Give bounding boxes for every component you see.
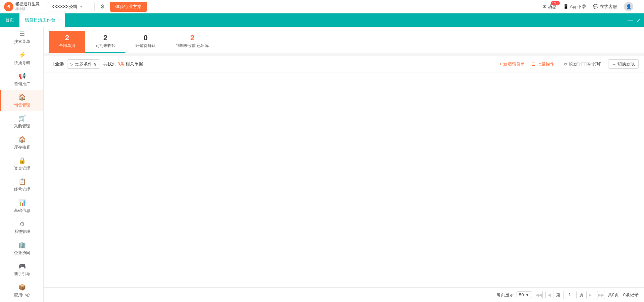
refresh-button[interactable]: ↻ 刷新 [561, 60, 580, 68]
print-label: 打印 [593, 61, 601, 67]
purchase-icon: 🛒 [18, 115, 26, 122]
page-suffix: 页 [579, 292, 584, 298]
first-page-button[interactable]: ◀◀ [535, 291, 543, 299]
sidebar-item-marketing[interactable]: 📢 营销推广 [0, 69, 43, 90]
new-sales-button[interactable]: + 新增销货单 [499, 61, 525, 67]
logo-line2: 标准版 [15, 7, 40, 11]
stats-tab-overdue-shipped[interactable]: 2 到期未收款 已出库 [166, 31, 219, 53]
found-count: 0条 [118, 61, 124, 66]
select-all-label: 全选 [55, 61, 64, 67]
search-menu-icon: ☰ [19, 30, 25, 38]
refresh-icon: ↻ [564, 62, 568, 67]
stats-tabs: 2 全部单据 2 到期未收款 0 旺铺待确认 2 到期未收款 已出库 [44, 27, 644, 53]
toolbar-left: 全选 ▽ 更多条件 ∨ 共找到 0条 相关单据 [49, 59, 496, 69]
total-records: 共0页，0条记录 [608, 292, 639, 298]
last-page-icon: ▶▶ [598, 293, 604, 297]
marketing-icon: 📢 [18, 72, 26, 80]
nav-tabs-actions: — ⤢ [628, 17, 644, 23]
select-all-checkbox[interactable]: 全选 [49, 61, 64, 67]
sidebar-item-finance[interactable]: 🔒 资金管理 [0, 154, 43, 175]
stats-tab-pending[interactable]: 0 旺铺待确认 [125, 31, 166, 53]
sidebar-item-system[interactable]: ⚙ 系统管理 [0, 217, 43, 238]
header: 6 畅捷通好生意 标准版 XXXXXX公司 ▼ ⚙ 体验行业方案 ✉ 消息 99… [0, 0, 644, 13]
page-label: 第 [556, 292, 560, 298]
avatar[interactable]: 👤 [624, 2, 633, 11]
stats-tab-overdue[interactable]: 2 到期未收款 [85, 31, 125, 53]
app-download-label: App下载 [570, 4, 586, 10]
sidebar-label-cooperation: 企业协同 [14, 250, 30, 256]
settings-button[interactable]: ⚙ [97, 2, 107, 12]
download-icon: 📱 [563, 4, 569, 9]
filter-button[interactable]: ▽ 更多条件 ∨ [67, 59, 100, 69]
operation-icon: 📋 [18, 178, 26, 185]
company-dropdown-arrow: ▼ [79, 5, 83, 8]
toolbar-right: + 新增销货单 ☰ 批量操作 ↻ 刷新 🖨 打印 ↔ 切换新版 [499, 59, 639, 69]
online-service-button[interactable]: 💬 在线客服 [593, 4, 617, 10]
sidebar: ☰ 搜索菜单 ⚡ 快捷导航 📢 营销推广 🏠 销售管理 🛒 采购管理 🏠 库存核… [0, 27, 44, 302]
logo-icon: 6 [4, 2, 13, 11]
found-suffix: 相关单据 [125, 61, 143, 66]
tab-home-label: 首页 [5, 17, 14, 23]
first-page-icon: ◀◀ [536, 293, 542, 297]
refresh-label: 刷新 [569, 61, 578, 67]
system-icon: ⚙ [19, 220, 25, 228]
sidebar-label-basic-info: 基础信息 [14, 208, 30, 214]
toolbar: 全选 ▽ 更多条件 ∨ 共找到 0条 相关单据 + 新增销货单 ☰ 批量操作 [44, 56, 644, 72]
stats-num-pending: 0 [144, 34, 148, 42]
sidebar-label-quick-nav: 快捷导航 [14, 60, 30, 66]
sidebar-label-operation: 经营管理 [14, 187, 30, 192]
sidebar-item-quick-nav[interactable]: ⚡ 快捷导航 [0, 48, 43, 69]
gear-icon: ⚙ [100, 3, 105, 10]
basic-info-icon: 📊 [18, 199, 26, 206]
batch-op-button[interactable]: ☰ 批量操作 [529, 60, 557, 68]
sidebar-item-inventory[interactable]: 🏠 库存核算 [0, 132, 43, 154]
online-service-label: 在线客服 [600, 4, 617, 10]
sidebar-label-finance: 资金管理 [14, 166, 30, 171]
avatar-icon: 👤 [626, 4, 632, 9]
sidebar-item-guide[interactable]: 🎮 新手引导 [0, 259, 43, 280]
main-content: 2 全部单据 2 到期未收款 0 旺铺待确认 2 到期未收款 已出库 全选 [44, 27, 644, 302]
last-page-button[interactable]: ▶▶ [597, 291, 605, 299]
sidebar-label-app-center: 应用中心 [14, 292, 30, 298]
stats-tab-all[interactable]: 2 全部单据 [49, 31, 85, 53]
tab-workbench[interactable]: 钱货日清工作台 × [19, 13, 65, 27]
sidebar-item-sales[interactable]: 🏠 销售管理 [0, 90, 43, 111]
sidebar-item-app-center[interactable]: 📦 应用中心 [0, 280, 43, 301]
app-download-button[interactable]: 📱 App下载 [563, 4, 586, 10]
message-button[interactable]: ✉ 消息 99+ [543, 4, 556, 10]
tab-close-icon[interactable]: × [57, 18, 60, 22]
next-page-button[interactable]: ▶ [586, 291, 594, 299]
company-selector[interactable]: XXXXXX公司 ▼ [48, 2, 95, 11]
tab-minimize-icon[interactable]: — [628, 17, 633, 23]
sidebar-item-purchase[interactable]: 🛒 采购管理 [0, 111, 43, 132]
sidebar-label-marketing: 营销推广 [14, 81, 30, 87]
tab-expand-icon[interactable]: ⤢ [636, 17, 641, 23]
sidebar-item-operation[interactable]: 📋 经营管理 [0, 175, 43, 196]
sidebar-label-guide: 新手引导 [14, 271, 30, 277]
sidebar-label-system: 系统管理 [14, 229, 30, 235]
sidebar-label-sales: 销售管理 [14, 102, 30, 108]
filter-icon: ▽ [70, 62, 73, 67]
sidebar-item-basic-info[interactable]: 📊 基础信息 [0, 196, 43, 217]
prev-page-button[interactable]: ◀ [545, 291, 553, 299]
stats-num-all: 2 [65, 34, 69, 42]
switch-version-button[interactable]: ↔ 切换新版 [608, 59, 639, 69]
service-icon: 💬 [593, 4, 598, 9]
quick-nav-icon: ⚡ [18, 51, 26, 59]
page-number-input[interactable] [563, 291, 577, 299]
table-area [44, 72, 644, 287]
per-page-select[interactable]: 50 ▼ [517, 291, 532, 298]
main-layout: ☰ 搜索菜单 ⚡ 快捷导航 📢 营销推广 🏠 销售管理 🛒 采购管理 🏠 库存核… [0, 27, 644, 302]
experience-button[interactable]: 体验行业方案 [110, 2, 147, 12]
sidebar-item-search[interactable]: ☰ 搜索菜单 [0, 27, 43, 48]
found-text: 共找到 0条 相关单据 [103, 61, 143, 67]
stats-label-pending: 旺铺待确认 [136, 43, 156, 49]
print-button[interactable]: 🖨 打印 [584, 60, 604, 68]
sidebar-item-cooperation[interactable]: 🏢 企业协同 [0, 238, 43, 259]
tab-home[interactable]: 首页 [0, 13, 19, 27]
guide-icon: 🎮 [18, 262, 26, 270]
logo-text-block: 畅捷通好生意 标准版 [15, 2, 40, 12]
next-page-icon: ▶ [589, 293, 592, 297]
switch-icon: ↔ [612, 62, 616, 67]
filter-arrow-icon: ∨ [94, 62, 97, 67]
